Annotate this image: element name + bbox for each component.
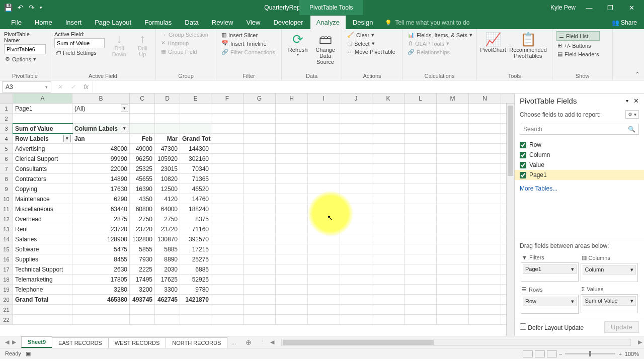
add-sheet-icon[interactable]: ⊕ — [240, 338, 257, 346]
row-label-cell[interactable]: Salaries — [13, 234, 72, 244]
col-header-J[interactable]: J — [340, 94, 372, 103]
tab-analyze[interactable]: Analyze — [310, 16, 346, 29]
filters-item[interactable]: Page1▾ — [523, 264, 577, 274]
sheet-nav-next[interactable]: ▶ — [12, 339, 16, 345]
tab-file[interactable]: File — [5, 16, 28, 29]
recommended-button[interactable]: 📋Recommended PivotTables — [508, 31, 548, 60]
column-labels-cell[interactable]: Column Labels — [72, 124, 130, 133]
values-item[interactable]: Sum of Value▾ — [583, 296, 636, 306]
field-value[interactable]: Value — [520, 160, 639, 170]
tell-me-input[interactable]: Tell me what you want to do — [380, 16, 474, 29]
fx-icon[interactable]: fx — [79, 83, 93, 90]
tab-view[interactable]: View — [240, 16, 266, 29]
field-headers-button[interactable]: ▤ Field Headers — [556, 50, 600, 58]
col-header-M[interactable]: M — [437, 94, 469, 103]
view-normal-icon[interactable] — [523, 350, 533, 357]
row-label-cell[interactable]: Maintenance — [13, 194, 72, 204]
insert-timeline-button[interactable]: 📅 Insert Timeline — [220, 40, 276, 47]
row-header-20[interactable]: 20 — [0, 295, 13, 304]
zoom-value[interactable]: 100% — [625, 351, 639, 357]
col-header-C[interactable]: C — [130, 94, 155, 103]
sheet-tab-sheet9[interactable]: Sheet9 — [21, 336, 52, 348]
pane-dropdown-icon[interactable]: ▾ — [626, 98, 628, 104]
row-label-cell[interactable]: Rent — [13, 224, 72, 234]
row-label-cell[interactable]: Contractors — [13, 174, 72, 184]
page-field[interactable]: Page1 — [13, 104, 72, 113]
sheet-more-icon[interactable]: … — [227, 339, 240, 345]
view-break-icon[interactable] — [547, 350, 557, 357]
user-name[interactable]: Kyle Pew — [550, 4, 576, 11]
defer-checkbox[interactable]: Defer Layout Update — [520, 323, 584, 331]
row-header-22[interactable]: 22 — [0, 315, 13, 324]
row-header-5[interactable]: 5 — [0, 144, 13, 153]
activefield-input[interactable] — [54, 38, 105, 48]
row-header-18[interactable]: 18 — [0, 275, 13, 284]
col-header-I[interactable]: I — [308, 94, 340, 103]
tab-home[interactable]: Home — [29, 16, 58, 29]
tab-design[interactable]: Design — [347, 16, 379, 29]
row-label-cell[interactable]: Consultants — [13, 164, 72, 173]
row-header-9[interactable]: 9 — [0, 184, 13, 194]
pane-close-icon[interactable]: ✕ — [633, 97, 639, 105]
sheet-tab-east-records[interactable]: EAST RECORDS — [52, 337, 109, 348]
refresh-button[interactable]: ⟳Refresh▾ — [286, 31, 310, 58]
row-header-14[interactable]: 14 — [0, 234, 13, 244]
row-label-cell[interactable]: Technical Support — [13, 264, 72, 274]
field-settings-button[interactable]: 🏷 Field Settings — [54, 49, 105, 56]
tab-insert[interactable]: Insert — [59, 16, 88, 29]
horizontal-scrollbar[interactable] — [281, 339, 631, 346]
col-header-B[interactable]: B — [72, 94, 130, 103]
col-header-D[interactable]: D — [155, 94, 180, 103]
zoom-in-icon[interactable]: + — [618, 351, 621, 357]
close-icon[interactable]: ✕ — [624, 4, 639, 12]
row-header-1[interactable]: 1 — [0, 104, 13, 113]
row-label-cell[interactable]: Overhead — [13, 214, 72, 224]
sum-of-value-cell[interactable]: Sum of Value — [13, 124, 72, 133]
view-layout-icon[interactable] — [535, 350, 545, 357]
sheet-tab-north-records[interactable]: NORTH RECORDS — [166, 337, 227, 348]
formula-bar[interactable] — [93, 81, 644, 93]
col-header-L[interactable]: L — [405, 94, 437, 103]
columns-item[interactable]: Column▾ — [583, 265, 636, 275]
insert-slicer-button[interactable]: ▥ Insert Slicer — [220, 31, 276, 39]
rows-item[interactable]: Row▾ — [523, 297, 577, 306]
row-label-cell[interactable]: Supplies — [13, 254, 72, 264]
row-header-4[interactable]: 4 — [0, 134, 13, 143]
more-tables-link[interactable]: More Tables... — [515, 182, 644, 195]
fields-search-input[interactable]: Search🔍 — [520, 124, 639, 135]
pm-buttons-button[interactable]: ⊞ +/- Buttons — [556, 42, 600, 49]
sheet-nav-prev[interactable]: ◀ — [5, 339, 9, 345]
minimize-icon[interactable]: — — [582, 4, 597, 12]
grand-total-label[interactable]: Grand Total — [13, 295, 72, 304]
zoom-slider[interactable] — [565, 353, 615, 354]
row-header-7[interactable]: 7 — [0, 164, 13, 173]
zoom-out-icon[interactable]: − — [559, 351, 562, 357]
save-icon[interactable]: 💾 — [4, 4, 13, 12]
col-header-H[interactable]: H — [276, 94, 308, 103]
col-header-F[interactable]: F — [211, 94, 244, 103]
qat-customize-icon[interactable]: ▾ — [40, 5, 42, 10]
share-button[interactable]: 👥 Share — [605, 16, 644, 29]
col-header-E[interactable]: E — [180, 94, 211, 103]
col-header-G[interactable]: G — [244, 94, 276, 103]
row-header-11[interactable]: 11 — [0, 204, 13, 214]
clear-button[interactable]: 🧹 Clear ▾ — [346, 31, 396, 39]
pivotchart-button[interactable]: 📈PivotChart — [481, 31, 505, 54]
pivotname-input[interactable] — [4, 44, 46, 54]
row-header-19[interactable]: 19 — [0, 285, 13, 294]
vertical-scrollbar[interactable] — [506, 104, 514, 336]
row-header-10[interactable]: 10 — [0, 194, 13, 204]
page-filter[interactable]: (All) — [72, 104, 130, 113]
col-header-A[interactable]: A — [13, 94, 72, 103]
gear-icon[interactable]: ⚙ ▾ — [625, 110, 639, 119]
undo-icon[interactable]: ↶ — [18, 4, 24, 12]
row-header-13[interactable]: 13 — [0, 224, 13, 234]
field-page1[interactable]: Page1 — [515, 170, 644, 180]
row-header-8[interactable]: 8 — [0, 174, 13, 184]
row-label-cell[interactable]: Telemarketing — [13, 275, 72, 284]
sheet-tab-west-records[interactable]: WEST RECORDS — [108, 337, 167, 348]
row-header-21[interactable]: 21 — [0, 305, 13, 314]
row-header-3[interactable]: 3 — [0, 124, 13, 133]
row-labels-cell[interactable]: Row Labels — [13, 134, 72, 143]
options-button[interactable]: ⚙ Options ▾ — [4, 55, 46, 63]
